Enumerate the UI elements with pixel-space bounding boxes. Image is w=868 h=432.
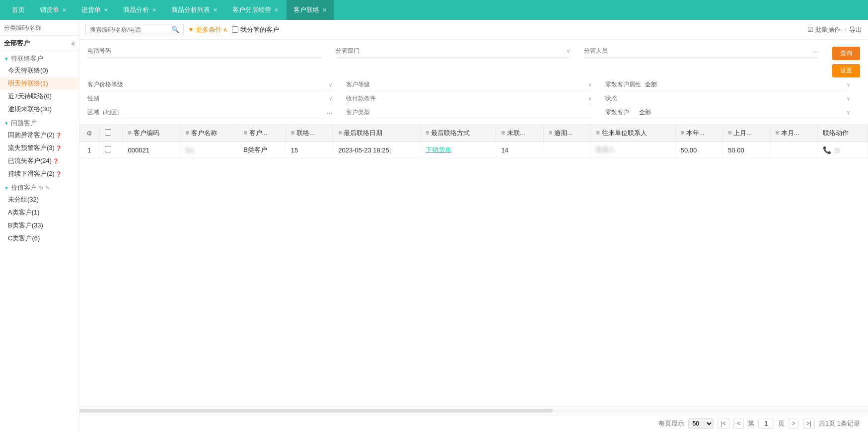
col-this-year: ≡ 本年... (675, 125, 723, 142)
sidebar-item-today[interactable]: 今天待联络(0) (0, 64, 79, 77)
row-code: 000021 (123, 142, 180, 158)
sidebar: 🔍 全部客户 « ▼ 待联络客户 今天待联络(0) 明天待联络(1) 近7天待联… (0, 20, 79, 432)
prev-page-btn[interactable]: < (733, 419, 744, 429)
page-label: 第 (748, 419, 754, 428)
more-icon[interactable]: ··· (812, 47, 818, 55)
batch-operation-btn[interactable]: ☑ 批量操作 (807, 25, 841, 34)
nav-customer-contact[interactable]: 客户联络 ✕ (287, 0, 334, 20)
chevron-down-icon: ∨ (847, 82, 850, 87)
search-input[interactable] (90, 26, 169, 33)
sidebar-item-a-class[interactable]: A类客户(1) (0, 206, 79, 219)
sidebar-item-declining[interactable]: 持续下滑客户(2) ❓ (0, 167, 79, 180)
sidebar-value-group: ▼ 价值客户 ↻ ✎ (0, 180, 79, 193)
more-conditions-btn[interactable]: ▼ 更多条件 ∧ (188, 25, 228, 34)
col-settings[interactable]: ⚙ (79, 125, 99, 142)
search-icon[interactable]: 🔍 (171, 26, 179, 33)
filter-person[interactable]: 分管人员 ··· (584, 45, 818, 58)
col-contact-person: ≡ 往来单位联系人 (591, 125, 675, 142)
col-uncontacted: ≡ 未联... (496, 125, 543, 142)
sidebar-search-input[interactable] (4, 24, 78, 31)
sidebar-item-ungrouped[interactable]: 未分组(32) (0, 193, 79, 206)
filter-panel: 电话号码 分管部门 ∨ 分管人员 ··· (79, 40, 868, 125)
sidebar-search-area: 🔍 (0, 20, 79, 36)
query-button[interactable]: 查询 (832, 47, 860, 60)
close-icon[interactable]: ✕ (104, 7, 108, 13)
row-checkbox[interactable] (99, 142, 123, 158)
sidebar-item-churned[interactable]: 已流失客户(24) ❓ (0, 154, 79, 167)
sidebar-item-c-class[interactable]: C类客户(6) (0, 232, 79, 245)
filter-retail-customer[interactable]: 零散客户 全部 ∨ (605, 106, 850, 119)
page-size-select[interactable]: 50 10 20 100 (688, 418, 714, 429)
export-icon: ↑ (845, 26, 848, 33)
phone-input[interactable] (121, 48, 322, 55)
close-icon[interactable]: ✕ (274, 7, 279, 13)
top-navigation: 首页 销货单 ✕ 进货单 ✕ 商品分析 ✕ 商品分析列表 ✕ 客户分层经营 ✕ … (0, 0, 868, 20)
row-this-month (770, 142, 817, 158)
sidebar-item-repurchase-abnormal[interactable]: 回购异常客户(2) ❓ (0, 129, 79, 142)
filter-payment[interactable]: 收付款条件 ∨ (346, 92, 591, 105)
triangle-icon: ▼ (4, 121, 9, 126)
close-icon[interactable]: ✕ (322, 7, 327, 13)
collapse-icon: « (71, 39, 75, 47)
help-icon: ❓ (56, 171, 62, 177)
select-all-checkbox[interactable] (105, 129, 111, 136)
close-icon[interactable]: ✕ (213, 7, 217, 13)
sidebar-item-tomorrow[interactable]: 明天待联络(1) (0, 77, 79, 90)
edit-icon[interactable]: ✎ (45, 185, 50, 191)
close-icon[interactable]: ✕ (152, 7, 156, 13)
toolbar-right: ☑ 批量操作 ↑ 导出 (807, 25, 863, 34)
col-action: 联络动作 (817, 125, 868, 142)
nav-customer-tier[interactable]: 客户分层经营 ✕ (225, 0, 286, 20)
last-page-btn[interactable]: >| (803, 419, 815, 429)
more-icon[interactable]: ··· (327, 109, 333, 117)
filter-status[interactable]: 状态 ∨ (605, 92, 850, 105)
total-label: 共1页 1条记录 (819, 419, 860, 428)
first-page-btn[interactable]: |< (718, 419, 729, 429)
grid-action-icon[interactable]: ⊞ (834, 146, 840, 154)
data-table-wrapper: ⚙ ≡ 客户编码 ≡ 客户名称 ≡ 客户... ≡ 联络... ≡ 最后联络日期… (79, 125, 868, 406)
my-customers-checkbox[interactable] (232, 26, 238, 33)
triangle-icon: ▼ (4, 185, 9, 191)
chevron-down-icon: ∨ (588, 82, 591, 87)
sidebar-item-b-class[interactable]: B类客户(33) (0, 219, 79, 232)
nav-sales-order[interactable]: 销货单 ✕ (33, 0, 73, 20)
table-row: 1 000021 Ea B类客户 15 2023-05-23 18:25: 下销… (79, 142, 868, 158)
col-type: ≡ 客户... (238, 125, 286, 142)
filter-customer-level[interactable]: 客户等级 ∨ (346, 78, 591, 91)
nav-purchase-order[interactable]: 进货单 ✕ (74, 0, 115, 20)
sidebar-all-customers[interactable]: 全部客户 « (0, 36, 79, 51)
toolbar: 🔍 ▼ 更多条件 ∧ 我分管的客户 ☑ 批量操作 ↑ 导出 (79, 20, 868, 40)
filter-dept[interactable]: 分管部门 ∨ (336, 45, 570, 58)
next-page-btn[interactable]: > (789, 419, 799, 429)
nav-product-analysis[interactable]: 商品分析 ✕ (116, 0, 163, 20)
filter-retail-attr[interactable]: 零散客户属性 全部 ∨ (605, 78, 850, 91)
chevron-down-icon: ∨ (588, 96, 591, 101)
nav-home[interactable]: 首页 (5, 0, 32, 20)
filter-region[interactable]: 区域（地区） ··· (87, 106, 332, 119)
filter-customer-type[interactable]: 客户类型 (346, 106, 591, 119)
search-box: 🔍 (85, 24, 184, 35)
nav-product-analysis-list[interactable]: 商品分析列表 ✕ (164, 0, 224, 20)
filter-gender[interactable]: 性别 ∨ (87, 92, 332, 105)
col-this-month: ≡ 本月... (770, 125, 817, 142)
my-customers-checkbox-label[interactable]: 我分管的客户 (232, 25, 279, 34)
sidebar-item-overdue[interactable]: 逾期未联络(30) (0, 103, 79, 116)
sidebar-item-7days[interactable]: 近7天待联络(0) (0, 90, 79, 103)
row-this-year: 50.00 (675, 142, 723, 158)
sidebar-pending-group: ▼ 待联络客户 (0, 51, 79, 64)
phone-action-icon[interactable]: 📞 (823, 146, 831, 154)
row-name: Ea (180, 142, 238, 158)
refresh-icon[interactable]: ↻ (39, 185, 43, 191)
data-table: ⚙ ≡ 客户编码 ≡ 客户名称 ≡ 客户... ≡ 联络... ≡ 最后联络日期… (79, 125, 868, 158)
close-icon[interactable]: ✕ (62, 7, 67, 13)
row-last-contact-method[interactable]: 下销货单 (421, 142, 496, 158)
col-code: ≡ 客户编码 (123, 125, 180, 142)
export-btn[interactable]: ↑ 导出 (845, 25, 863, 34)
page-number-input[interactable] (758, 419, 774, 429)
filter-price-level[interactable]: 客户价格等级 ∨ (87, 78, 332, 91)
set-button[interactable]: 设置 (832, 64, 860, 77)
sidebar-item-churn-warning[interactable]: 流失预警客户(3) ❓ (0, 142, 79, 154)
row-action: 📞 ⊞ (817, 142, 868, 158)
row-contact-person: 联系人 (591, 142, 675, 158)
col-checkbox[interactable] (99, 125, 123, 142)
